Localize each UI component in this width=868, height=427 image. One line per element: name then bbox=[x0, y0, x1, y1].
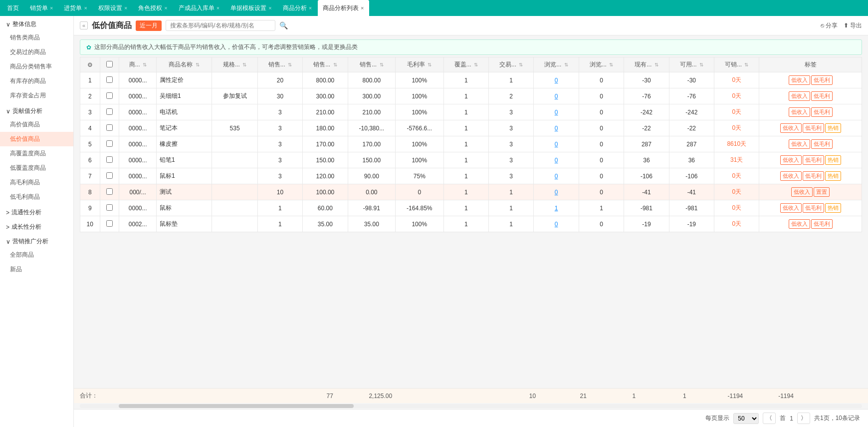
cell-checkbox[interactable] bbox=[100, 136, 119, 152]
sidebar-item-high-coverage[interactable]: 高覆盖度商品 bbox=[0, 146, 73, 161]
scroll-thumb[interactable] bbox=[119, 404, 353, 408]
cell-checkbox[interactable] bbox=[100, 88, 119, 104]
cell-browse1[interactable]: 0 bbox=[534, 72, 579, 88]
row-checkbox[interactable] bbox=[106, 92, 113, 99]
sidebar-group-growth[interactable]: > 成长性分析 bbox=[0, 219, 73, 233]
col-browse1[interactable]: 浏览... ⇅ bbox=[534, 57, 579, 72]
cell-browse1[interactable]: 1 bbox=[534, 200, 579, 216]
sidebar-item-traded-goods[interactable]: 交易过的商品 bbox=[0, 45, 73, 59]
col-browse2[interactable]: 浏览... ⇅ bbox=[579, 57, 624, 72]
browse1-link[interactable]: 0 bbox=[555, 221, 558, 228]
browse1-link[interactable]: 0 bbox=[555, 109, 558, 116]
nav-template[interactable]: 单据模板设置 × bbox=[225, 0, 276, 16]
cell-browse1[interactable]: 0 bbox=[534, 104, 579, 120]
prev-page-btn[interactable]: 〈 bbox=[763, 413, 776, 424]
nav-purchase[interactable]: 进货单 × bbox=[59, 0, 92, 16]
col-settings[interactable]: ⚙ bbox=[80, 57, 100, 72]
per-page-select[interactable]: 50 100 bbox=[733, 413, 759, 424]
cell-checkbox[interactable] bbox=[100, 152, 119, 168]
browse1-link[interactable]: 0 bbox=[555, 189, 558, 196]
col-name[interactable]: 商品名称 ⇅ bbox=[156, 57, 212, 72]
cell-checkbox[interactable] bbox=[100, 200, 119, 216]
sidebar-group-marketing[interactable]: ∨ 营销推广分析 bbox=[0, 233, 73, 248]
sidebar-item-inventory-goods[interactable]: 有库存的商品 bbox=[0, 74, 73, 88]
row-checkbox[interactable] bbox=[106, 156, 113, 163]
cell-browse1[interactable]: 0 bbox=[534, 88, 579, 104]
sidebar-item-category-rate[interactable]: 商品分类销售率 bbox=[0, 59, 73, 74]
col-sales-qty[interactable]: 销售... ⇅ bbox=[257, 57, 302, 72]
horizontal-scrollbar[interactable] bbox=[80, 404, 862, 408]
browse1-link[interactable]: 0 bbox=[555, 125, 558, 132]
row-checkbox[interactable] bbox=[106, 220, 113, 227]
col-cover[interactable]: 覆盖... ⇅ bbox=[443, 57, 488, 72]
cell-no: 8 bbox=[80, 184, 100, 200]
sidebar-item-low-coverage[interactable]: 低覆盖度商品 bbox=[0, 161, 73, 175]
sidebar-collapse-btn[interactable]: « bbox=[80, 21, 88, 29]
next-page-btn[interactable]: 〉 bbox=[797, 413, 810, 424]
browse1-link[interactable]: 0 bbox=[555, 141, 558, 148]
sidebar-item-inventory-fund[interactable]: 库存资金占用 bbox=[0, 88, 73, 103]
select-all-checkbox[interactable] bbox=[106, 61, 113, 67]
period-button[interactable]: 近一月 bbox=[136, 20, 162, 31]
col-sales-profit[interactable]: 销售... ⇅ bbox=[348, 57, 395, 72]
browse1-link[interactable]: 0 bbox=[555, 77, 558, 84]
footer-spacer6 bbox=[456, 393, 507, 400]
nav-product-in[interactable]: 产成品入库单 × bbox=[174, 0, 224, 16]
row-checkbox[interactable] bbox=[106, 188, 113, 195]
nav-sales[interactable]: 销货单 × bbox=[25, 0, 58, 16]
browse1-link[interactable]: 0 bbox=[555, 157, 558, 164]
row-checkbox[interactable] bbox=[106, 108, 113, 115]
col-checkbox[interactable] bbox=[100, 57, 119, 72]
sidebar-group-flow[interactable]: > 流通性分析 bbox=[0, 204, 73, 219]
nav-role[interactable]: 角色授权 × bbox=[133, 0, 172, 16]
cell-checkbox[interactable] bbox=[100, 184, 119, 200]
cell-browse1[interactable]: 0 bbox=[534, 168, 579, 184]
col-available[interactable]: 可用... ⇅ bbox=[669, 57, 714, 72]
sidebar-item-high-value[interactable]: 高价值商品 bbox=[0, 117, 73, 132]
row-checkbox[interactable] bbox=[106, 76, 113, 83]
sidebar-item-low-profit[interactable]: 低毛利商品 bbox=[0, 190, 73, 204]
cell-spec bbox=[212, 152, 257, 168]
cell-checkbox[interactable] bbox=[100, 168, 119, 184]
nav-permission[interactable]: 权限设置 × bbox=[93, 0, 132, 16]
search-input[interactable] bbox=[166, 20, 275, 31]
cell-current: -19 bbox=[624, 216, 669, 232]
sidebar-item-sales-goods[interactable]: 销售类商品 bbox=[0, 30, 73, 45]
row-checkbox[interactable] bbox=[106, 140, 113, 147]
sidebar-item-all-goods[interactable]: 全部商品 bbox=[0, 248, 73, 262]
browse1-link[interactable]: 1 bbox=[555, 205, 558, 212]
col-spec[interactable]: 规格... ⇅ bbox=[212, 57, 257, 72]
cell-checkbox[interactable] bbox=[100, 104, 119, 120]
nav-product-analysis[interactable]: 商品分析 × bbox=[278, 0, 317, 16]
sidebar-group-contribution[interactable]: ∨ 贡献值分析 bbox=[0, 103, 73, 117]
col-current[interactable]: 现有... ⇅ bbox=[624, 57, 669, 72]
sidebar-item-low-value[interactable]: 低价值商品 bbox=[0, 132, 73, 146]
sidebar-item-high-profit[interactable]: 高毛利商品 bbox=[0, 175, 73, 190]
col-sales-amt[interactable]: 销售... ⇅ bbox=[303, 57, 348, 72]
col-saleable[interactable]: 可销... ⇅ bbox=[714, 57, 759, 72]
row-checkbox[interactable] bbox=[106, 204, 113, 211]
cell-browse1[interactable]: 0 bbox=[534, 120, 579, 136]
browse1-link[interactable]: 0 bbox=[555, 93, 558, 100]
nav-home[interactable]: 首页 bbox=[2, 0, 24, 16]
cell-sales-qty: 1 bbox=[257, 200, 302, 216]
row-checkbox[interactable] bbox=[106, 124, 113, 131]
export-action[interactable]: ⬆ 导出 bbox=[844, 21, 862, 30]
sidebar-item-new-goods[interactable]: 新品 bbox=[0, 262, 73, 277]
cell-browse1[interactable]: 0 bbox=[534, 184, 579, 200]
cell-checkbox[interactable] bbox=[100, 72, 119, 88]
row-checkbox[interactable] bbox=[106, 172, 113, 179]
col-gross-rate[interactable]: 毛利率 ⇅ bbox=[396, 57, 443, 72]
col-trade[interactable]: 交易... ⇅ bbox=[488, 57, 533, 72]
search-button[interactable]: 🔍 bbox=[279, 21, 288, 29]
browse1-link[interactable]: 0 bbox=[555, 173, 558, 180]
cell-browse1[interactable]: 0 bbox=[534, 136, 579, 152]
col-code[interactable]: 商... ⇅ bbox=[119, 57, 156, 72]
cell-checkbox[interactable] bbox=[100, 120, 119, 136]
cell-browse1[interactable]: 0 bbox=[534, 216, 579, 232]
nav-product-analysis-list[interactable]: 商品分析列表 × bbox=[318, 0, 369, 16]
cell-browse1[interactable]: 0 bbox=[534, 152, 579, 168]
cell-checkbox[interactable] bbox=[100, 216, 119, 232]
sidebar-group-overall[interactable]: ∨ 整体信息 bbox=[0, 16, 73, 30]
share-action[interactable]: ⎋ 分享 bbox=[821, 21, 838, 30]
